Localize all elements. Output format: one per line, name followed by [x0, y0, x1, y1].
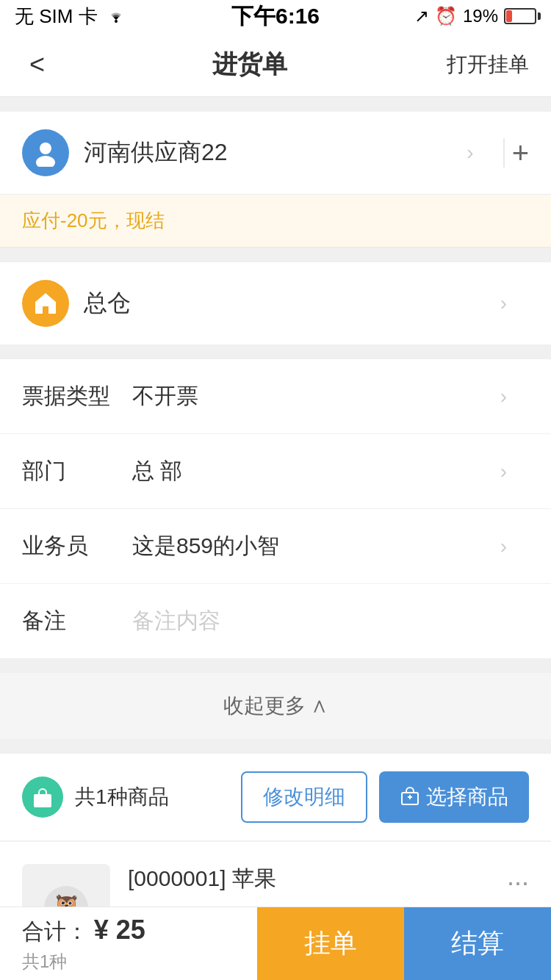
products-count: 共1种商品 [22, 777, 169, 818]
invoice-arrow-icon: › [500, 385, 507, 408]
hang-button[interactable]: 挂单 [257, 907, 404, 980]
invoice-row[interactable]: 票据类型 不开票 › [0, 359, 551, 434]
supplier-avatar [22, 129, 69, 176]
remark-input[interactable]: 备注内容 [132, 606, 529, 636]
status-time: 下午6:16 [231, 1, 320, 32]
salesman-value: 这是859的小智 [132, 531, 500, 561]
back-button[interactable]: < [22, 42, 52, 87]
total-section: 合计： ¥ 25 共1种 [0, 907, 257, 980]
add-supplier-button[interactable]: + [512, 137, 529, 170]
alarm-icon: ⏰ [435, 6, 457, 26]
status-bar: 无 SIM 卡 下午6:16 ↗ ⏰ 19% [0, 0, 551, 32]
open-hang-button[interactable]: 打开挂单 [447, 51, 529, 79]
salesman-row[interactable]: 业务员 这是859的小智 › [0, 509, 551, 584]
cart-icon [400, 787, 420, 807]
remark-row[interactable]: 备注 备注内容 [0, 584, 551, 658]
bag-icon [31, 785, 54, 809]
edit-details-button[interactable]: 修改明细 [241, 771, 367, 823]
total-amount-row: 合计： ¥ 25 [22, 915, 235, 947]
products-header: 共1种商品 修改明细 选择商品 [0, 754, 551, 840]
warehouse-icon [22, 280, 69, 327]
department-value: 总 部 [132, 456, 500, 486]
warehouse-arrow-icon: › [500, 292, 507, 315]
divider [503, 138, 505, 167]
wifi-icon [105, 5, 127, 28]
products-icon [22, 777, 63, 818]
supplier-arrow-icon: › [467, 141, 473, 165]
bottom-bar: 合计： ¥ 25 共1种 挂单 结算 [0, 907, 551, 980]
select-product-button[interactable]: 选择商品 [379, 771, 529, 823]
notice-text: 应付-20元，现结 [22, 209, 165, 231]
supplier-name: 河南供应商22 [84, 137, 467, 169]
department-row[interactable]: 部门 总 部 › [0, 434, 551, 509]
battery-percent: 19% [463, 6, 498, 26]
checkout-button[interactable]: 结算 [404, 907, 551, 980]
status-right: ↗ ⏰ 19% [414, 6, 536, 26]
products-actions: 修改明细 选择商品 [241, 771, 529, 823]
salesman-label: 业务员 [22, 531, 110, 561]
product-name: [0000001] 苹果 [128, 864, 489, 894]
department-arrow-icon: › [500, 460, 507, 483]
supplier-row[interactable]: 河南供应商22 › + [0, 112, 551, 195]
salesman-arrow-icon: › [500, 535, 507, 558]
svg-point-1 [40, 143, 51, 154]
person-icon [32, 139, 60, 167]
remark-label: 备注 [22, 606, 110, 636]
nav-bar: < 进货单 打开挂单 [0, 32, 551, 97]
product-more-button[interactable]: ··· [507, 867, 529, 898]
total-count: 共1种 [22, 950, 235, 973]
svg-point-0 [115, 20, 118, 23]
battery-icon [504, 8, 536, 24]
location-icon: ↗ [414, 6, 429, 26]
notice-bar: 应付-20元，现结 [0, 195, 551, 248]
svg-rect-3 [34, 794, 51, 807]
warehouse-row[interactable]: 总仓 › [0, 262, 551, 345]
products-count-label: 共1种商品 [75, 783, 169, 811]
warehouse-name: 总仓 [84, 287, 500, 320]
warehouse-card[interactable]: 总仓 › [0, 262, 551, 345]
invoice-label: 票据类型 [22, 381, 110, 411]
main-content: 河南供应商22 › + 应付-20元，现结 总仓 › 票据类型 不开票 › [0, 97, 551, 980]
select-product-label: 选择商品 [426, 783, 508, 811]
supplier-card: 河南供应商22 › + 应付-20元，现结 [0, 112, 551, 248]
department-label: 部门 [22, 456, 110, 486]
invoice-value: 不开票 [132, 381, 500, 411]
svg-point-2 [36, 156, 55, 167]
collapse-button[interactable]: 收起更多 ∧ [0, 673, 551, 739]
page-title: 进货单 [212, 48, 287, 82]
status-left: 无 SIM 卡 [15, 4, 127, 29]
total-label: 合计： [22, 919, 88, 943]
total-amount: ¥ 25 [94, 915, 145, 945]
home-icon [32, 290, 59, 317]
carrier-label: 无 SIM 卡 [15, 4, 98, 29]
form-card: 票据类型 不开票 › 部门 总 部 › 业务员 这是859的小智 › 备注 备注… [0, 359, 551, 658]
